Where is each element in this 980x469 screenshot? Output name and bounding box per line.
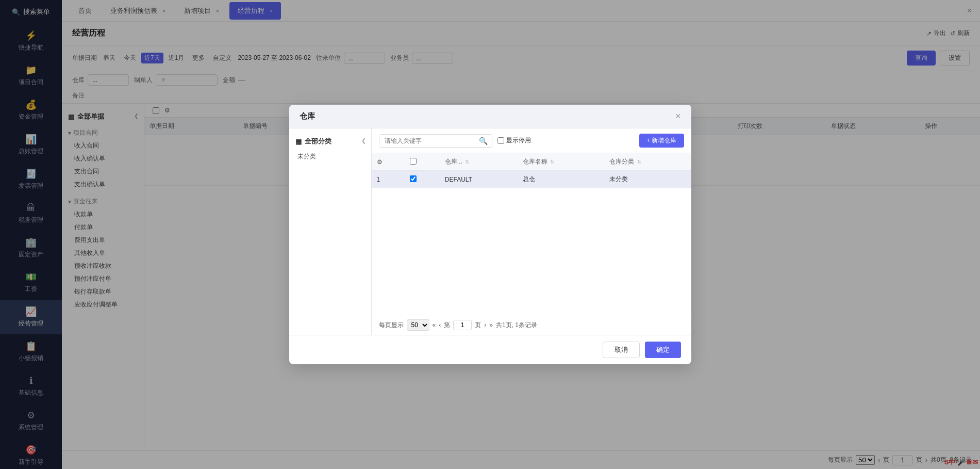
warehouse-modal: 仓库 × ▦ 全部分类 《 未分类 🔍: [289, 105, 691, 364]
cancel-button[interactable]: 取消: [603, 342, 640, 358]
show-disabled-checkbox[interactable]: [497, 137, 504, 144]
modal-sidebar-toggle[interactable]: 《: [359, 137, 365, 146]
modal-close-button[interactable]: ×: [675, 111, 681, 122]
row-category: 未分类: [604, 171, 691, 188]
row-name: 总仓: [518, 171, 604, 188]
modal-title: 仓库: [300, 111, 315, 121]
sort-icon-cat: ⇅: [637, 159, 641, 165]
col-name: 仓库名称 ⇅: [518, 153, 604, 171]
row-code: DEFAULT: [440, 171, 518, 188]
modal-total: 共1页, 1条记录: [496, 321, 537, 330]
modal-per-page-label: 每页显示: [379, 321, 404, 330]
modal-per-page-select[interactable]: 50: [407, 319, 429, 331]
modal-header: 仓库 ×: [289, 105, 691, 128]
select-all-modal[interactable]: [410, 158, 417, 165]
col-category: 仓库分类 ⇅: [604, 153, 691, 171]
modal-footer-actions: 取消 确定: [289, 335, 691, 364]
confirm-button[interactable]: 确定: [645, 342, 681, 358]
modal-sidebar-unclassified[interactable]: 未分类: [289, 149, 371, 164]
col-gear: ⚙: [372, 153, 405, 171]
modal-prev-btn[interactable]: ‹: [439, 321, 441, 329]
modal-sidebar-header: ▦ 全部分类 《: [289, 134, 371, 149]
table-row[interactable]: 1 DEFAULT 总仓 未分类: [372, 171, 691, 188]
modal-toolbar: 🔍 显示停用 + 新增仓库: [372, 128, 691, 153]
sort-icon-code: ⇅: [465, 159, 469, 165]
modal-last-btn[interactable]: »: [489, 321, 493, 329]
modal-pagination: 每页显示 50 « ‹ 第 页 › » 共1页, 1条记录: [372, 315, 691, 335]
grid-icon-modal: ▦: [295, 138, 302, 145]
gear-col-icon: ⚙: [377, 158, 383, 166]
col-check: [405, 153, 440, 171]
row-num: 1: [372, 171, 405, 188]
sort-icon-name: ⇅: [550, 159, 554, 165]
modal-sidebar: ▦ 全部分类 《 未分类: [289, 128, 372, 335]
modal-search-icon[interactable]: 🔍: [475, 137, 492, 145]
warehouse-table: ⚙ 仓库... ⇅ 仓库名称 ⇅: [372, 153, 691, 188]
modal-overlay: 仓库 × ▦ 全部分类 《 未分类 🔍: [0, 0, 980, 469]
modal-content: 🔍 显示停用 + 新增仓库 ⚙: [372, 128, 691, 335]
show-disabled-label[interactable]: 显示停用: [497, 136, 531, 145]
row-check[interactable]: [405, 171, 440, 188]
modal-table: ⚙ 仓库... ⇅ 仓库名称 ⇅: [372, 153, 691, 315]
col-code: 仓库... ⇅: [440, 153, 518, 171]
modal-page-label: 第: [444, 321, 450, 330]
modal-page-label2: 页: [475, 321, 481, 330]
add-warehouse-button[interactable]: + 新增仓库: [639, 134, 684, 148]
modal-first-btn[interactable]: «: [433, 321, 436, 329]
modal-page-input[interactable]: [453, 320, 472, 330]
modal-search-input[interactable]: [379, 135, 475, 147]
modal-search: 🔍: [379, 134, 492, 148]
modal-next-btn[interactable]: ›: [484, 321, 486, 329]
modal-body: ▦ 全部分类 《 未分类 🔍 显示停用: [289, 128, 691, 335]
